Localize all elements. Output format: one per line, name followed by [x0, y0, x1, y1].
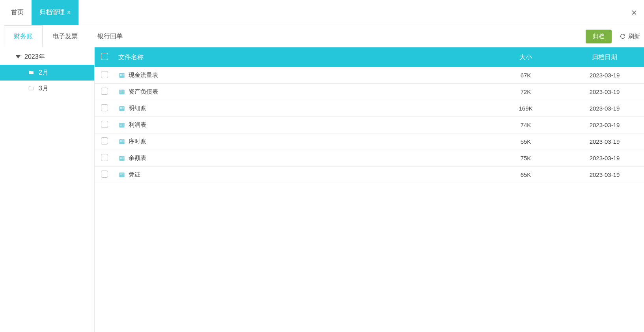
svg-rect-36 — [120, 157, 121, 157]
file-name-label: 资产负债表 — [129, 88, 158, 96]
tree-year-node[interactable]: 2023年 — [0, 49, 94, 65]
file-name-cell: 凭证 — [114, 167, 486, 183]
chevron-down-icon — [16, 55, 21, 58]
svg-rect-9 — [121, 90, 122, 91]
svg-rect-17 — [123, 107, 123, 107]
row-checkbox[interactable] — [101, 154, 108, 161]
svg-rect-10 — [123, 90, 123, 91]
svg-rect-40 — [121, 158, 122, 158]
svg-rect-12 — [121, 92, 122, 92]
file-name-label: 余额表 — [129, 154, 146, 162]
file-date-cell: 2023-03-19 — [565, 117, 644, 133]
tree-month-label: 3月 — [39, 84, 49, 93]
svg-rect-33 — [121, 141, 122, 142]
svg-rect-25 — [120, 125, 121, 125]
svg-rect-38 — [123, 157, 123, 157]
file-date-cell: 2023-03-19 — [565, 67, 644, 84]
svg-rect-32 — [120, 141, 121, 142]
table-header-row: 文件名称 大小 归档日期 — [95, 47, 644, 67]
file-table-container: 文件名称 大小 归档日期 现金流量表67K2023-03-19资产负债表72K2… — [95, 47, 644, 332]
row-checkbox[interactable] — [101, 137, 108, 144]
svg-rect-31 — [123, 140, 123, 141]
table-row[interactable]: 资产负债表72K2023-03-19 — [95, 84, 644, 100]
file-date-cell: 2023-03-19 — [565, 150, 644, 167]
close-all-icon[interactable]: × — [628, 7, 640, 18]
file-name-label: 现金流量表 — [129, 71, 158, 79]
tab-close-icon[interactable]: × — [67, 9, 71, 16]
row-checkbox[interactable] — [101, 171, 108, 178]
row-checkbox[interactable] — [101, 71, 108, 78]
header-name: 文件名称 — [114, 47, 486, 67]
file-size-cell: 169K — [486, 100, 565, 117]
spreadsheet-icon — [118, 122, 125, 128]
select-all-checkbox[interactable] — [101, 53, 108, 60]
tree-month-node[interactable]: 3月 — [0, 81, 94, 96]
refresh-button[interactable]: 刷新 — [620, 33, 640, 40]
row-checkbox[interactable] — [101, 121, 108, 128]
subtab-finance-label: 财务账 — [14, 32, 33, 41]
subtab-einvoice[interactable]: 电子发票 — [43, 25, 88, 47]
svg-rect-5 — [121, 75, 122, 75]
svg-rect-26 — [121, 125, 122, 125]
spreadsheet-icon — [118, 139, 125, 145]
table-row[interactable]: 明细账169K2023-03-19 — [95, 100, 644, 117]
svg-rect-2 — [121, 74, 122, 74]
svg-rect-41 — [123, 158, 123, 158]
svg-rect-39 — [120, 158, 121, 158]
refresh-icon — [620, 33, 626, 39]
file-size-cell: 75K — [486, 150, 565, 167]
svg-rect-30 — [121, 140, 122, 141]
svg-rect-48 — [123, 174, 123, 175]
subtab-finance[interactable]: 财务账 — [4, 25, 43, 47]
file-date-cell: 2023-03-19 — [565, 84, 644, 100]
tab-archive-management[interactable]: 归档管理 × — [32, 0, 78, 25]
spreadsheet-icon — [118, 89, 125, 95]
spreadsheet-icon — [118, 155, 125, 161]
svg-rect-3 — [123, 74, 123, 74]
row-checkbox-cell — [95, 167, 114, 183]
svg-rect-44 — [121, 173, 122, 174]
file-date-cell: 2023-03-19 — [565, 167, 644, 183]
svg-rect-20 — [123, 108, 123, 109]
svg-rect-19 — [121, 108, 122, 109]
table-row[interactable]: 余额表75K2023-03-19 — [95, 150, 644, 167]
svg-rect-16 — [121, 107, 122, 107]
svg-rect-13 — [123, 92, 123, 92]
table-row[interactable]: 序时账55K2023-03-19 — [95, 133, 644, 150]
tab-home[interactable]: 首页 — [3, 0, 32, 25]
svg-rect-27 — [123, 125, 123, 125]
tab-home-label: 首页 — [11, 8, 24, 17]
file-size-cell: 72K — [486, 84, 565, 100]
row-checkbox-cell — [95, 84, 114, 100]
archive-button-label: 归档 — [593, 33, 605, 39]
svg-rect-37 — [121, 157, 122, 157]
svg-rect-15 — [120, 107, 121, 107]
archive-button[interactable]: 归档 — [586, 30, 612, 43]
folder-icon — [28, 70, 35, 75]
folder-icon — [28, 86, 35, 91]
subtab-bank-slip[interactable]: 银行回单 — [88, 25, 133, 47]
svg-rect-4 — [120, 75, 121, 75]
file-name-cell: 余额表 — [114, 150, 486, 167]
refresh-label: 刷新 — [628, 33, 640, 40]
row-checkbox-cell — [95, 67, 114, 84]
svg-rect-18 — [120, 108, 121, 109]
folder-tree: 2023年 2月3月 — [0, 47, 95, 332]
file-size-cell: 67K — [486, 67, 565, 84]
file-name-label: 明细账 — [129, 105, 146, 112]
svg-rect-29 — [120, 140, 121, 141]
file-name-cell: 序时账 — [114, 133, 486, 150]
svg-rect-47 — [121, 174, 122, 175]
table-row[interactable]: 利润表74K2023-03-19 — [95, 117, 644, 133]
row-checkbox-cell — [95, 133, 114, 150]
svg-rect-34 — [123, 141, 123, 142]
tree-month-node[interactable]: 2月 — [0, 65, 94, 81]
table-row[interactable]: 凭证65K2023-03-19 — [95, 167, 644, 183]
table-row[interactable]: 现金流量表67K2023-03-19 — [95, 67, 644, 84]
svg-rect-43 — [120, 173, 121, 174]
spreadsheet-icon — [118, 105, 125, 112]
file-name-cell: 资产负债表 — [114, 84, 486, 100]
row-checkbox[interactable] — [101, 104, 108, 111]
toolbar-right: 归档 刷新 — [586, 30, 640, 43]
row-checkbox[interactable] — [101, 88, 108, 95]
